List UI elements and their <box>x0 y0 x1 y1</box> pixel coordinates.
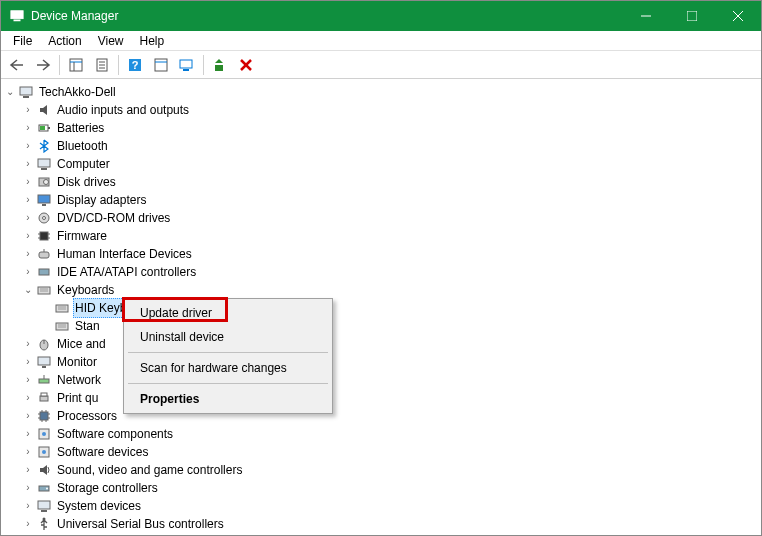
help-button[interactable]: ? <box>123 53 147 77</box>
tree-category[interactable]: › Disk drives <box>3 173 759 191</box>
menu-help[interactable]: Help <box>132 32 173 50</box>
expand-arrow-icon[interactable]: › <box>21 371 35 389</box>
tree-category[interactable]: › Storage controllers <box>3 479 759 497</box>
properties-button[interactable] <box>90 53 114 77</box>
show-hide-tree-button[interactable] <box>64 53 88 77</box>
expand-arrow-icon[interactable]: › <box>21 191 35 209</box>
back-button[interactable] <box>5 53 29 77</box>
svg-rect-0 <box>11 11 23 19</box>
monitor-icon <box>35 354 53 370</box>
svg-rect-75 <box>38 501 50 509</box>
tree-category[interactable]: › Software components <box>3 425 759 443</box>
svg-rect-59 <box>41 393 47 396</box>
tree-category[interactable]: › Firmware <box>3 227 759 245</box>
tree-category[interactable]: › DVD/CD-ROM drives <box>3 209 759 227</box>
expand-arrow-icon[interactable]: › <box>21 209 35 227</box>
expand-arrow-icon[interactable]: › <box>21 515 35 533</box>
svg-rect-27 <box>38 159 50 167</box>
firmware-icon <box>35 228 53 244</box>
expand-arrow-icon[interactable]: › <box>21 227 35 245</box>
tree-category[interactable]: › IDE ATA/ATAPI controllers <box>3 263 759 281</box>
svg-rect-35 <box>40 232 48 240</box>
expand-arrow-icon[interactable]: ⌄ <box>3 83 17 101</box>
tree-device[interactable]: HID Keyboard Device <box>3 299 759 317</box>
tree-category-label: Firmware <box>55 227 109 245</box>
forward-button[interactable] <box>31 53 55 77</box>
print-icon <box>35 390 53 406</box>
tree-category[interactable]: › Display adapters <box>3 191 759 209</box>
tree-category[interactable]: › Mice and <box>3 335 759 353</box>
expand-arrow-icon[interactable]: › <box>21 173 35 191</box>
menu-view[interactable]: View <box>90 32 132 50</box>
mouse-icon <box>35 336 53 352</box>
tree-category[interactable]: › Network <box>3 371 759 389</box>
title-bar: Device Manager <box>1 1 761 31</box>
expand-arrow-icon[interactable]: › <box>21 497 35 515</box>
svg-point-74 <box>46 488 48 490</box>
context-properties[interactable]: Properties <box>126 387 330 411</box>
expand-arrow-icon[interactable]: › <box>21 389 35 407</box>
battery-icon <box>35 120 53 136</box>
tree-category[interactable]: › Batteries <box>3 119 759 137</box>
tree-category[interactable]: › Monitor <box>3 353 759 371</box>
expand-arrow-icon[interactable]: › <box>21 101 35 119</box>
expand-arrow-icon[interactable]: › <box>21 155 35 173</box>
tree-category[interactable]: › Processors <box>3 407 759 425</box>
update-driver-button[interactable] <box>208 53 232 77</box>
tree-device[interactable]: Stan <box>3 317 759 335</box>
svg-rect-25 <box>48 127 50 129</box>
expand-arrow-icon[interactable]: › <box>21 137 35 155</box>
uninstall-button[interactable] <box>234 53 258 77</box>
svg-point-30 <box>44 180 49 185</box>
expand-arrow-icon[interactable]: › <box>21 461 35 479</box>
tree-category[interactable]: › Computer <box>3 155 759 173</box>
disk-icon <box>35 174 53 190</box>
svg-rect-60 <box>40 412 48 420</box>
scan-hardware-button[interactable] <box>175 53 199 77</box>
svg-point-70 <box>42 432 46 436</box>
device-tree[interactable]: ⌄ TechAkko-Dell › Audio inputs and outpu… <box>1 79 761 535</box>
tree-category[interactable]: › Sound, video and game controllers <box>3 461 759 479</box>
toolbar-separator <box>118 55 119 75</box>
tree-device-label: Stan <box>73 317 102 335</box>
tree-category[interactable]: › System devices <box>3 497 759 515</box>
expand-arrow-icon[interactable]: › <box>21 425 35 443</box>
expand-arrow-icon[interactable]: › <box>21 353 35 371</box>
expand-arrow-icon[interactable]: › <box>21 119 35 137</box>
expand-arrow-icon[interactable]: ⌄ <box>21 281 35 299</box>
toolbar: ? <box>1 51 761 79</box>
tree-category[interactable]: › Software devices <box>3 443 759 461</box>
svg-rect-6 <box>70 59 82 71</box>
tree-category[interactable]: › Human Interface Devices <box>3 245 759 263</box>
expand-arrow-icon[interactable]: › <box>21 443 35 461</box>
expand-arrow-icon[interactable]: › <box>21 245 35 263</box>
svg-rect-54 <box>38 357 50 365</box>
maximize-button[interactable] <box>669 1 715 31</box>
tree-category[interactable]: › Universal Serial Bus controllers <box>3 515 759 533</box>
context-scan-hardware[interactable]: Scan for hardware changes <box>126 356 330 380</box>
svg-rect-3 <box>687 11 697 21</box>
svg-rect-26 <box>40 126 45 130</box>
menu-file[interactable]: File <box>5 32 40 50</box>
expand-arrow-icon[interactable]: › <box>21 479 35 497</box>
context-uninstall-device[interactable]: Uninstall device <box>126 325 330 349</box>
expand-arrow-icon[interactable]: › <box>21 407 35 425</box>
tree-category[interactable]: ⌄ Keyboards <box>3 281 759 299</box>
menu-action[interactable]: Action <box>40 32 89 50</box>
toolbar-separator <box>59 55 60 75</box>
context-update-driver[interactable]: Update driver <box>126 301 330 325</box>
audio-icon <box>35 102 53 118</box>
tree-category[interactable]: › Print qu <box>3 389 759 407</box>
context-menu: Update driver Uninstall device Scan for … <box>123 298 333 414</box>
tree-category-label: System devices <box>55 497 143 515</box>
minimize-button[interactable] <box>623 1 669 31</box>
expand-arrow-icon[interactable]: › <box>21 335 35 353</box>
svg-rect-42 <box>39 269 49 275</box>
expand-arrow-icon[interactable]: › <box>21 263 35 281</box>
tree-root[interactable]: ⌄ TechAkko-Dell <box>3 83 759 101</box>
close-button[interactable] <box>715 1 761 31</box>
tree-category[interactable]: › Bluetooth <box>3 137 759 155</box>
tree-category[interactable]: › Audio inputs and outputs <box>3 101 759 119</box>
toolbar-separator <box>203 55 204 75</box>
action-button[interactable] <box>149 53 173 77</box>
